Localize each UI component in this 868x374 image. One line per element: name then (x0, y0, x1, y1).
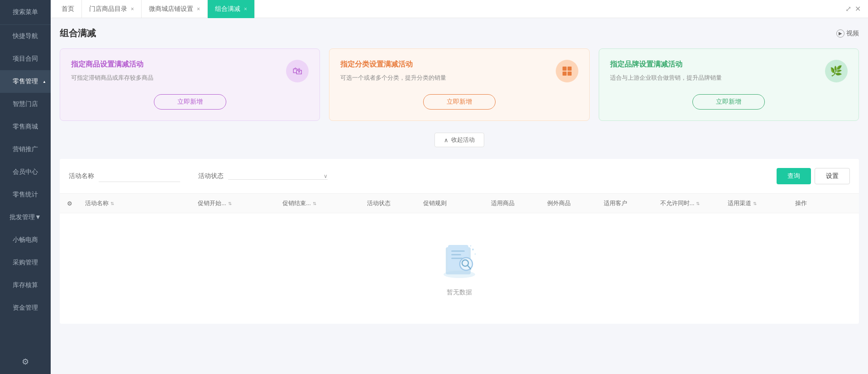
th-notallow[interactable]: 不允许同时... ⇅ (660, 199, 728, 207)
sidebar-item-finance[interactable]: 资金管理 (0, 297, 51, 319)
close-button[interactable]: ✕ (855, 5, 861, 13)
sidebar-search[interactable]: 搜索菜单 (0, 0, 51, 25)
th-name[interactable]: 活动名称 ⇅ (85, 199, 198, 207)
main-area: 首页 门店商品目录 × 微商城店铺设置 × 组合满减 × ⤢ ✕ 组合满减 ▶ … (51, 0, 868, 374)
th-end-label: 促销结束... (282, 199, 311, 207)
sidebar-item-project-contract[interactable]: 项目合同 (0, 48, 51, 70)
th-action-label: 操作 (795, 199, 807, 207)
th-rule-label: 促销规则 (423, 199, 447, 207)
card-category-title: 指定分类设置满减活动 (340, 60, 578, 69)
empty-text: 暂无数据 (447, 288, 472, 297)
setting-button[interactable]: 设置 (815, 168, 850, 184)
sidebar-item-xiaochang[interactable]: 小畅电商 (0, 229, 51, 251)
card-product-add-button[interactable]: 立即新增 (154, 94, 226, 110)
filter-name-input[interactable] (99, 171, 180, 182)
chevron-down-icon: ∨ (324, 173, 328, 179)
collapse-button[interactable]: ∧ 收起活动 (434, 133, 484, 147)
card-brand-title: 指定品牌设置满减活动 (610, 60, 848, 69)
svg-rect-0 (563, 67, 567, 71)
cards-row: 🛍 指定商品设置满减活动 可指定滞销商品或库存较多商品 立即新增 指定分类设置满… (60, 48, 859, 121)
filter-status-text (228, 174, 324, 178)
th-end[interactable]: 促销结束... ⇅ (282, 199, 367, 207)
tab-home[interactable]: 首页 (54, 0, 82, 18)
sidebar-item-retail-mall[interactable]: 零售商城 (0, 115, 51, 138)
table-header: ⚙ 活动名称 ⇅ 促销开始... ⇅ 促销结束... ⇅ 活动状态 (60, 193, 859, 213)
svg-rect-7 (451, 250, 465, 252)
tab-wechat-store-close[interactable]: × (197, 6, 200, 12)
card-product-discount: 🛍 指定商品设置满减活动 可指定滞销商品或库存较多商品 立即新增 (60, 48, 320, 121)
card-brand-discount: 🌿 指定品牌设置满减活动 适合与上游企业联合做营销，提升品牌销量 立即新增 (599, 48, 859, 121)
card-brand-add-button[interactable]: 立即新增 (692, 94, 765, 110)
th-goods: 适用商品 (491, 199, 548, 207)
card-brand-desc: 适合与上游企业联合做营销，提升品牌销量 (610, 74, 848, 87)
tab-product-catalog-label: 门店商品目录 (89, 5, 127, 13)
query-button[interactable]: 查询 (777, 168, 811, 184)
th-customer: 适用客户 (604, 199, 660, 207)
empty-state: 暂无数据 (60, 213, 859, 324)
tab-combo-discount[interactable]: 组合满减 × (208, 0, 255, 18)
page-header: 组合满减 ▶ 视频 (60, 27, 859, 39)
sidebar-item-smart-store[interactable]: 智慧门店 (0, 93, 51, 115)
th-start-label: 促销开始... (198, 199, 226, 207)
sidebar-item-inventory[interactable]: 库存核算 (0, 274, 51, 297)
tab-combo-discount-close[interactable]: × (244, 6, 247, 12)
gear-icon: ⚙ (67, 200, 72, 207)
th-except: 例外商品 (547, 199, 604, 207)
svg-point-14 (475, 254, 476, 255)
collapse-label: 收起活动 (451, 136, 475, 144)
th-name-label: 活动名称 (85, 199, 109, 207)
th-status-label: 活动状态 (367, 199, 391, 207)
th-rule: 促销规则 (423, 199, 491, 207)
svg-rect-2 (563, 72, 567, 76)
card-brand-icon: 🌿 (825, 60, 848, 82)
sort-icon-channel: ⇅ (753, 201, 757, 206)
sidebar-item-retail-stats[interactable]: 零售统计 (0, 183, 51, 206)
svg-rect-9 (451, 258, 463, 259)
sidebar: 搜索菜单 快捷导航 项目合同 零售管理 智慧门店 零售商城 营销推广 会员中心 … (0, 0, 51, 374)
collapse-icon: ∧ (444, 137, 448, 144)
th-start[interactable]: 促销开始... ⇅ (198, 199, 282, 207)
card-category-add-button[interactable]: 立即新增 (423, 94, 496, 110)
window-controls: ⤢ ✕ (845, 5, 864, 13)
th-channel-label: 适用渠道 (728, 199, 751, 207)
card-product-desc: 可指定滞销商品或库存较多商品 (71, 74, 309, 87)
tab-product-catalog[interactable]: 门店商品目录 × (82, 0, 142, 18)
tab-wechat-store[interactable]: 微商城店铺设置 × (142, 0, 208, 18)
sidebar-item-quick-nav[interactable]: 快捷导航 (0, 25, 51, 48)
th-channel[interactable]: 适用渠道 ⇅ (728, 199, 795, 207)
card-category-desc: 可选一个或者多个分类，提升分类的销量 (340, 74, 578, 87)
sidebar-item-marketing[interactable]: 营销推广 (0, 138, 51, 161)
th-status: 活动状态 (367, 199, 424, 207)
tab-bar: 首页 门店商品目录 × 微商城店铺设置 × 组合满减 × ⤢ ✕ (51, 0, 868, 18)
video-label: 视频 (846, 29, 859, 38)
play-icon: ▶ (836, 29, 844, 38)
filter-name-label: 活动名称 (69, 172, 94, 180)
filter-bar: 活动名称 活动状态 ∨ 查询 设置 (60, 159, 859, 193)
th-gear[interactable]: ⚙ (67, 200, 85, 207)
filter-name-field: 活动名称 (69, 171, 180, 182)
filter-actions: 查询 设置 (777, 168, 850, 184)
svg-rect-8 (451, 254, 461, 255)
sidebar-settings[interactable]: ⚙ (0, 350, 51, 374)
collapse-bar: ∧ 收起活动 (60, 128, 859, 152)
sidebar-item-member-center[interactable]: 会员中心 (0, 161, 51, 183)
card-category-discount: 指定分类设置满减活动 可选一个或者多个分类，提升分类的销量 立即新增 (329, 48, 589, 121)
filter-status-select[interactable]: ∨ (228, 173, 328, 180)
tab-home-label: 首页 (62, 5, 74, 13)
maximize-button[interactable]: ⤢ (845, 5, 851, 13)
card-product-icon: 🛍 (286, 60, 309, 82)
sidebar-item-retail-mgmt[interactable]: 零售管理 (0, 70, 51, 93)
th-notallow-label: 不允许同时... (660, 199, 695, 207)
sidebar-item-purchase-mgmt[interactable]: 采购管理 (0, 251, 51, 274)
card-category-icon (556, 60, 578, 82)
svg-rect-1 (568, 67, 572, 71)
page-content: 组合满减 ▶ 视频 🛍 指定商品设置满减活动 可指定滞销商品或库存较多商品 立即… (51, 18, 868, 374)
tab-product-catalog-close[interactable]: × (131, 6, 134, 12)
svg-rect-3 (568, 72, 572, 76)
card-product-title: 指定商品设置满减活动 (71, 60, 309, 69)
tab-wechat-store-label: 微商城店铺设置 (149, 5, 193, 13)
tab-combo-discount-label: 组合满减 (215, 5, 240, 13)
svg-point-15 (470, 245, 472, 247)
video-link[interactable]: ▶ 视频 (836, 29, 859, 38)
sidebar-item-wholesale-mgmt[interactable]: 批发管理 (0, 206, 51, 229)
